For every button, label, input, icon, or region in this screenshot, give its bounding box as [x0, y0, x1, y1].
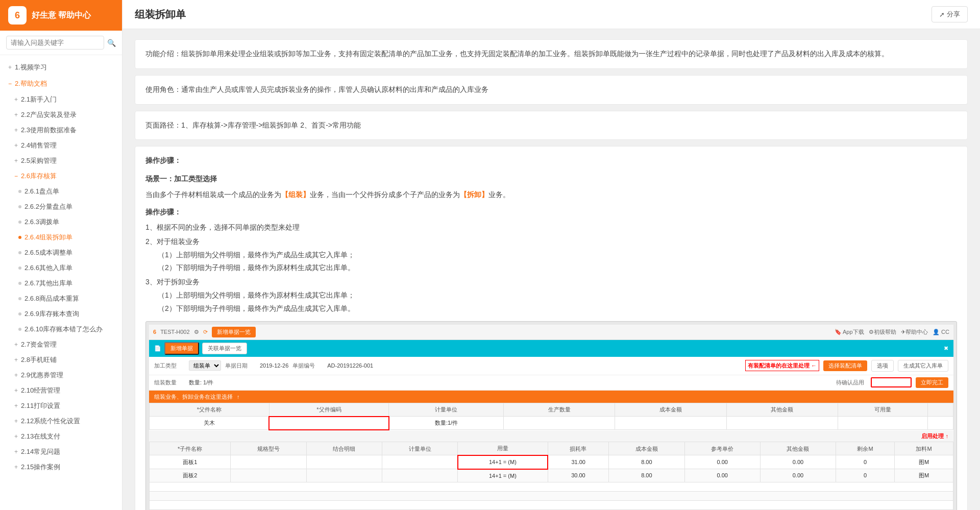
step3-1: （1）上部明细为父件明细，最终作为原材料生成其它出库单； [145, 289, 957, 302]
step3-2: （2）下部明细为子件明细，最终作为产成品生成其它入库单。 [145, 303, 957, 315]
sidebar-item-coupon[interactable]: + 2.9优惠券管理 [0, 368, 122, 383]
sidebar-item-s267[interactable]: 2.6.7其他出库单 [0, 276, 122, 291]
mock-parent-table-container: *父件名称 *父件编码 计量单位 生产数量 成本金额 其他金额 可用量 [149, 403, 953, 430]
mock-topbar-settings: ⚙ [194, 327, 199, 337]
mock-date-label: 单据日期 [225, 361, 256, 371]
sidebar-item-stock[interactable]: − 2.6库存核算 [0, 168, 122, 184]
sidebar-item-online[interactable]: + 2.13在线支付 [0, 429, 122, 444]
mock-child-col7: 成本金额 [609, 442, 684, 455]
sidebar-item-faq[interactable]: + 2.14常见问题 [0, 444, 122, 459]
share-button[interactable]: ➚ 分享 [932, 6, 968, 22]
mock-child-row-1: 面板1 14+1 = (M) 31.00 8.00 0.00 0.00 [150, 455, 953, 469]
mock-child-col3: 结合明细 [306, 442, 382, 455]
sidebar-item-videos[interactable]: + 1.视频学习 [0, 59, 122, 76]
mock-annotation1: 有装配清单的在这里处理 ← [745, 360, 819, 372]
mock-type-select[interactable]: 组装单 [189, 360, 221, 371]
nav-children-docs: + 2.1新手入门 + 2.2产品安装及登录 + 2.3使用前数据准备 + 2.… [0, 92, 122, 475]
plus-icon: + [14, 157, 18, 164]
mock-child-col11: 加料M [894, 442, 953, 455]
path-desc-card: 页面路径：1、库存核算->库存管理->组装拆卸单 2、首页->常用功能 [135, 111, 968, 140]
mock-parent-col1: *父件名称 [150, 403, 270, 417]
mock-orange-bar: 组装业务、拆卸业务在这里选择 ↑ [149, 391, 953, 403]
mock-qty-value: 数量: 1/件 [189, 378, 213, 387]
steps-title: 操作步骤： [145, 155, 957, 167]
mock-parent-cell-other [726, 417, 838, 430]
mock-order-value: AD-20191226-001 [327, 361, 373, 371]
sidebar-item-s269[interactable]: 2.6.9库存账本查询 [0, 306, 122, 322]
sidebar-item-new[interactable]: + 2.1新手入门 [0, 92, 122, 107]
sidebar-item-s266[interactable]: 2.6.6其他入库单 [0, 260, 122, 276]
page-title: 组装拆卸单 [135, 8, 186, 21]
mock-confirm-input[interactable] [871, 377, 912, 387]
mock-child-col4: 计量单位 [382, 442, 457, 455]
mock-child-table-container: *子件名称 规格型号 结合明细 计量单位 用量 损耗率 成本金额 参考单价 其他… [149, 442, 953, 510]
sidebar-item-s261[interactable]: 2.6.1盘点单 [0, 184, 122, 199]
mock-generate-btn[interactable]: 生成其它入库单 [898, 360, 948, 372]
sidebar-item-capital[interactable]: + 2.7资金管理 [0, 337, 122, 352]
mock-tab-list[interactable]: 关联单据一览 [202, 343, 247, 354]
content-area[interactable]: 功能介绍：组装拆卸单用来处理企业组装或拆卸等加工业务，支持有固定装配清单的产品加… [122, 29, 980, 510]
mock-orange-bar-arrow: ↑ [237, 392, 240, 402]
step2-2: （2）下部明细为子件明细，最终作为原材料生成其它出库单。 [145, 262, 957, 274]
share-icon: ➚ [939, 11, 945, 18]
dot-icon [18, 282, 21, 285]
mock-enable-row: 启用处理 ↑ [149, 430, 953, 442]
sidebar-item-s265[interactable]: 2.6.5成本调整单 [0, 245, 122, 260]
mock-child-table: *子件名称 规格型号 结合明细 计量单位 用量 损耗率 成本金额 参考单价 其他… [149, 442, 953, 510]
mock-order-label: 单据编号 [292, 361, 323, 371]
plus-icon: + [14, 448, 18, 455]
sidebar-item-s268[interactable]: 2.6.8商品成本重算 [0, 291, 122, 306]
mock-select-bom-btn[interactable]: 选择装配清单 [823, 360, 867, 371]
dot-icon [18, 328, 21, 331]
mock-finish-btn[interactable]: 立即完工 [916, 377, 948, 388]
mock-topbar-icons: 🔖 App下载 ⚙初级帮助 ✈帮助中心 👤 CC [835, 327, 949, 337]
mock-child-col9: 其他金额 [760, 442, 836, 455]
nav-tree: + 1.视频学习 − 2.帮助文档 + 2.1新手入门 + 2.2产品安装及登录 [0, 55, 122, 510]
sidebar-item-system[interactable]: + 2.12系统个性化设置 [0, 414, 122, 429]
sidebar-item-docs[interactable]: − 2.帮助文档 [0, 76, 122, 92]
mock-child-row-4 [150, 492, 953, 501]
mock-child-row-3 [150, 482, 953, 492]
mock-ui: 6 TEST-H002 ⚙ ⟳ 新增单据一览 🔖 App下载 ⚙初级帮助 ✈帮助… [149, 325, 953, 510]
scene1-title: 场景一：加工类型选择 [145, 173, 957, 185]
dot-icon [18, 205, 21, 208]
mock-child-col6: 损耗率 [548, 442, 609, 455]
app-title: 好生意 帮助中心 [32, 10, 91, 21]
sidebar-item-print[interactable]: + 2.11打印设置 [0, 398, 122, 414]
mock-window-header: 📄 新增单据 关联单据一览 ✖ [149, 340, 953, 357]
steps-card: 操作步骤： 场景一：加工类型选择 当由多个子件材料组装成一个成品的业务为【组装】… [135, 146, 968, 510]
mock-new-order-btn[interactable]: 新增单据一览 [212, 327, 256, 337]
mock-parent-col8 [928, 403, 953, 417]
mock-child-col1: *子件名称 [150, 442, 231, 455]
sidebar-item-install[interactable]: + 2.2产品安装及登录 [0, 107, 122, 123]
sidebar-item-mobile[interactable]: + 2.8手机旺铺 [0, 352, 122, 368]
sidebar-item-purchase[interactable]: + 2.5采购管理 [0, 153, 122, 168]
logo-icon: 6 [8, 6, 27, 25]
mock-confirm-label: 待确认品用 [836, 378, 867, 387]
dot-icon [18, 190, 21, 193]
mock-logo: 6 [153, 327, 156, 337]
search-input[interactable] [6, 36, 104, 50]
mock-child-col2: 规格型号 [231, 442, 306, 455]
dot-icon [18, 312, 21, 315]
mock-tab-new[interactable]: 新增单据 [164, 342, 199, 355]
steps-label: 操作步骤： [145, 206, 957, 218]
mock-ui-screenshot: 6 TEST-H002 ⚙ ⟳ 新增单据一览 🔖 App下载 ⚙初级帮助 ✈帮助… [145, 321, 957, 510]
sidebar-item-s264[interactable]: 2.6.4组装拆卸单 [0, 230, 122, 245]
mock-option-btn[interactable]: 选项 [871, 360, 894, 372]
plus-icon: + [14, 464, 18, 471]
sidebar-item-s2610[interactable]: 2.6.10库存账本错了怎么办 [0, 322, 122, 337]
search-button[interactable]: 🔍 [107, 39, 116, 47]
sidebar-item-s263[interactable]: 2.6.3调拨单 [0, 214, 122, 230]
step3: 3、对于拆卸业务 [145, 276, 957, 288]
sidebar-item-cases[interactable]: + 2.15操作案例 [0, 459, 122, 475]
sidebar-item-sales[interactable]: + 2.4销售管理 [0, 138, 122, 153]
step2: 2、对于组装业务 [145, 236, 957, 248]
sidebar-item-ops[interactable]: + 2.10经营管理 [0, 383, 122, 398]
sidebar-item-data[interactable]: + 2.3使用前数据准备 [0, 123, 122, 138]
role-desc-text: 使用角色：通常由生产人员或库管人员完成拆装业务的操作，库管人员确认原材料的出库和… [145, 85, 488, 93]
mock-parent-col6: 其他金额 [726, 403, 838, 417]
mock-child-col10: 剩余M [836, 442, 895, 455]
sidebar-item-s262[interactable]: 2.6.2分量盘点单 [0, 199, 122, 214]
mock-form-row1: 加工类型 组装单 单据日期 2019-12-26 单据编号 AD-2019122… [149, 357, 953, 375]
